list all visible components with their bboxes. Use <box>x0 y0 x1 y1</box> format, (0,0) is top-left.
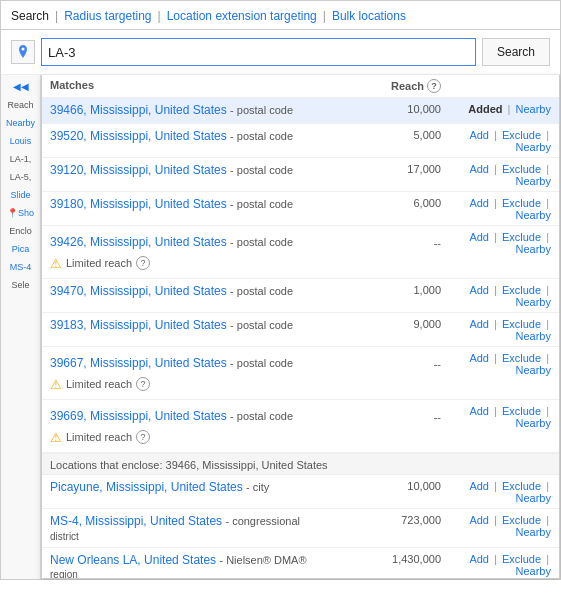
reach-sidebar-label: Reach <box>7 100 33 110</box>
collapse-icon: ◀◀ <box>13 81 29 92</box>
result-link[interactable]: New Orleans LA, United States <box>50 553 216 567</box>
result-link[interactable]: 39669, Mississippi, United States <box>50 409 227 423</box>
nearby-link[interactable]: Nearby <box>516 492 551 504</box>
nearby-link[interactable]: Nearby <box>516 175 551 187</box>
result-reach: 1,000 <box>351 283 441 296</box>
result-link[interactable]: 39466, Mississippi, United States <box>50 103 227 117</box>
sidebar-nearby[interactable]: Nearby <box>5 118 36 128</box>
exclude-link[interactable]: Exclude <box>502 553 541 565</box>
sidebar-collapse[interactable]: ◀◀ <box>5 81 36 92</box>
search-button[interactable]: Search <box>482 38 550 66</box>
result-link[interactable]: 39180, Mississippi, United States <box>50 197 227 211</box>
reach-header: Reach ? <box>351 79 441 93</box>
nearby-sidebar-label: Nearby <box>6 118 35 128</box>
sidebar-sho[interactable]: 📍Sho <box>5 208 36 218</box>
dma-note: region <box>50 568 351 578</box>
column-header: Matches Reach ? <box>42 75 559 98</box>
result-actions: Add | Exclude | Nearby <box>441 196 551 221</box>
limited-help-icon[interactable]: ? <box>136 430 150 444</box>
nav-location-ext[interactable]: Location extension targeting <box>167 9 317 23</box>
add-link[interactable]: Add <box>469 163 489 175</box>
sidebar-enclo[interactable]: Enclo <box>5 226 36 236</box>
exclude-link[interactable]: Exclude <box>502 405 541 417</box>
nearby-link[interactable]: Nearby <box>516 209 551 221</box>
left-sidebar: ◀◀ Reach Nearby Louis LA-1, LA-5, Slide … <box>1 75 41 579</box>
result-link[interactable]: Picayune, Mississippi, United States <box>50 480 243 494</box>
result-type: - city <box>246 481 269 493</box>
limited-help-icon[interactable]: ? <box>136 377 150 391</box>
result-link[interactable]: 39520, Mississippi, United States <box>50 129 227 143</box>
sidebar-slide[interactable]: Slide <box>5 190 36 200</box>
table-row: 39180, Mississippi, United States - post… <box>42 192 559 226</box>
add-link[interactable]: Add <box>469 129 489 141</box>
result-actions: Add | Exclude | Nearby <box>441 404 551 429</box>
slide-sidebar-label: Slide <box>10 190 30 200</box>
sidebar-la1[interactable]: LA-1, <box>5 154 36 164</box>
result-reach: 6,000 <box>351 196 441 209</box>
result-name: 39183, Mississippi, United States - post… <box>50 317 351 334</box>
exclude-link[interactable]: Exclude <box>502 231 541 243</box>
add-link[interactable]: Add <box>469 405 489 417</box>
exclude-link[interactable]: Exclude <box>502 480 541 492</box>
matches-header: Matches <box>50 79 351 93</box>
result-link[interactable]: 39183, Mississippi, United States <box>50 318 227 332</box>
nav-bulk[interactable]: Bulk locations <box>332 9 406 23</box>
warning-icon: ⚠ <box>50 256 62 271</box>
nearby-link[interactable]: Nearby <box>516 364 551 376</box>
exclude-link[interactable]: Exclude <box>502 318 541 330</box>
add-link[interactable]: Add <box>469 553 489 565</box>
nearby-link[interactable]: Nearby <box>516 417 551 429</box>
pica-sidebar-label: Pica <box>12 244 30 254</box>
result-actions: Add | Exclude | Nearby <box>441 552 551 577</box>
sidebar-la5[interactable]: LA-5, <box>5 172 36 182</box>
result-name: 39669, Mississippi, United States - post… <box>50 408 351 425</box>
result-reach: -- <box>351 410 441 423</box>
left-panel: ◀◀ Reach Nearby Louis LA-1, LA-5, Slide … <box>1 75 560 579</box>
result-actions: Add | Exclude | Nearby <box>441 230 551 255</box>
add-link[interactable]: Add <box>469 480 489 492</box>
result-link[interactable]: MS-4, Mississippi, United States <box>50 514 222 528</box>
nav-search[interactable]: Search <box>11 9 49 23</box>
nearby-link[interactable]: Nearby <box>516 565 551 577</box>
add-link[interactable]: Add <box>469 352 489 364</box>
nearby-link[interactable]: Nearby <box>516 103 551 115</box>
exclude-link[interactable]: Exclude <box>502 514 541 526</box>
result-name: 39120, Mississippi, United States - post… <box>50 162 351 179</box>
sidebar-reach[interactable]: Reach <box>5 100 36 110</box>
exclude-link[interactable]: Exclude <box>502 352 541 364</box>
add-link[interactable]: Add <box>469 231 489 243</box>
nearby-link[interactable]: Nearby <box>516 243 551 255</box>
table-row: 39183, Mississippi, United States - post… <box>42 313 559 347</box>
search-input[interactable] <box>41 38 476 66</box>
add-link[interactable]: Add <box>469 197 489 209</box>
result-reach: -- <box>351 357 441 370</box>
sidebar-ms4[interactable]: MS-4 <box>5 262 36 272</box>
nearby-link[interactable]: Nearby <box>516 141 551 153</box>
sidebar-sele[interactable]: Sele <box>5 280 36 290</box>
nearby-link[interactable]: Nearby <box>516 330 551 342</box>
add-link[interactable]: Add <box>469 514 489 526</box>
result-link[interactable]: 39667, Mississippi, United States <box>50 356 227 370</box>
nearby-link[interactable]: Nearby <box>516 296 551 308</box>
exclude-link[interactable]: Exclude <box>502 129 541 141</box>
result-name: MS-4, Mississippi, United States - congr… <box>50 513 351 543</box>
limited-help-icon[interactable]: ? <box>136 256 150 270</box>
result-link[interactable]: 39470, Mississippi, United States <box>50 284 227 298</box>
add-link[interactable]: Add <box>469 318 489 330</box>
reach-help-icon[interactable]: ? <box>427 79 441 93</box>
exclude-link[interactable]: Exclude <box>502 197 541 209</box>
result-actions: Add | Exclude | Nearby <box>441 317 551 342</box>
sele-sidebar-label: Sele <box>11 280 29 290</box>
sidebar-pica[interactable]: Pica <box>5 244 36 254</box>
limited-reach-text: Limited reach <box>66 378 132 390</box>
nearby-link[interactable]: Nearby <box>516 526 551 538</box>
nav-radius[interactable]: Radius targeting <box>64 9 151 23</box>
table-row: 39426, Mississippi, United States - post… <box>42 226 559 279</box>
add-link[interactable]: Add <box>469 284 489 296</box>
main-container: Search | Radius targeting | Location ext… <box>0 0 561 580</box>
exclude-link[interactable]: Exclude <box>502 163 541 175</box>
exclude-link[interactable]: Exclude <box>502 284 541 296</box>
result-link[interactable]: 39426, Mississippi, United States <box>50 235 227 249</box>
sidebar-louis[interactable]: Louis <box>5 136 36 146</box>
result-link[interactable]: 39120, Mississippi, United States <box>50 163 227 177</box>
